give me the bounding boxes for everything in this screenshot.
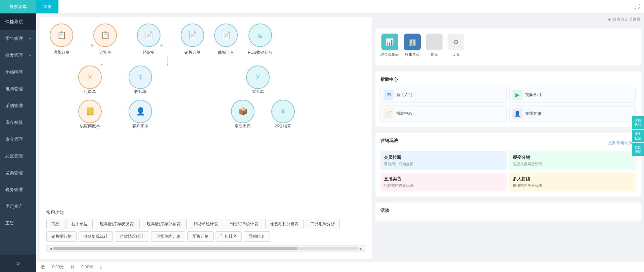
scroll-right-icon[interactable]: ▶ [359,247,363,251]
flow-node-pos[interactable]: 🖥 POS收银开台 [248,24,272,55]
func-btn-store-rank[interactable]: 门店排名 [216,231,242,242]
sidebar-item-fixed-assets[interactable]: 固定资产 [0,198,36,215]
sidebar-item-wholesale[interactable]: 批发管理 ▾ [0,47,36,64]
quick-icon-settings[interactable]: ⚙ 设置 [448,34,464,57]
sidebar-item-quick-nav[interactable]: 快捷导航 [0,13,36,30]
func-btn-product-profit[interactable]: 商品毛利分析 [306,219,340,229]
func-btn-sales-stats[interactable]: 销货单统计表 [189,219,223,229]
float-btn-desktop[interactable]: 桌面快捷 [632,143,644,156]
common-func-title: 常用功能 [46,210,365,216]
more-marketing-link[interactable]: 更多营销玩法 > [608,140,636,146]
retail-settlement-icon: ¥ [271,100,295,123]
fission-title: 裂变分销 [513,154,632,161]
flow-node-retail[interactable]: ¥ 零售单 [246,65,270,95]
func-btn-sales-order-stats[interactable]: 销售订单统计表 [225,219,263,229]
quick-icon-empty[interactable]: 暂无 [426,34,443,57]
partner-icon: 🏢 [404,34,421,50]
marketing-item-group[interactable]: 多人拼团 拼团购物享受优惠 [509,173,636,191]
sidebar-settings-button[interactable]: ⚙ [0,255,36,272]
home-customize-link[interactable]: ⚙ 首页自定义设置 [375,17,641,22]
help-center-panel: 帮助中心 ✉ 新手入门 ▶ 视频学习 📄 帮助中心 [375,72,641,127]
flow-node-receipt[interactable]: ¥ 收款单 [129,65,152,95]
marketing-panel: 营销玩法 更多营销玩法 > 会员拉新 吸引用户成为会员 裂变分销 裂变式发展分销… [375,133,641,196]
flow-node-customer-ledger[interactable]: 👤 客户账本 [129,100,152,129]
marketing-item-member[interactable]: 会员拉新 吸引用户成为会员 [380,151,507,170]
float-btn-community[interactable]: 服务社区 [632,130,644,142]
sidebar-item-label: 库存核算 [5,120,23,126]
fullscreen-icon[interactable]: ⛶ [634,3,641,10]
flow-node-supplier-ledger[interactable]: 📒 供应商账本 [78,100,102,129]
scroll-left-icon[interactable]: ◀ [48,247,53,251]
sidebar-item-label: 电商管理 [5,86,23,92]
sidebar-item-label: 小畅电商 [5,69,23,75]
quick-icons-panel: 📊 现金流量表 🏢 往来单位 暂无 ⚙ 设 [375,29,641,65]
sidebar-item-retail[interactable]: 零售管理 ▾ [0,30,36,47]
float-btn-service[interactable]: 客服热线 [632,116,644,129]
help-item-help[interactable]: 📄 帮助中心 [380,105,507,122]
flow-node-retail-settlement[interactable]: ¥ 零售结算 [271,100,295,129]
func-btn-receipt-stats[interactable]: 收款情况统计 [79,231,113,242]
fission-desc: 裂变式发展分销商 [513,162,632,167]
marketing-item-live[interactable]: 直播卖货 场景式购物新玩法 [380,173,507,191]
person-icon: 👤 [512,108,522,119]
bottom-count: 0 [100,265,102,270]
sidebar-item-inventory[interactable]: 库存核算 [0,114,36,131]
bottom-bar: 收 0.00元 付 0.00元 0 [36,262,644,272]
func-btn-stock-dist[interactable]: 现存量(库存分布表) [142,219,187,229]
sidebar-item-ledger[interactable]: 总账管理 [0,148,36,165]
func-btn-sales-profit[interactable]: 销售毛利分析表 [265,219,304,229]
bottom-pay-value: 0.00元 [81,264,93,270]
purchase-icon: 📋 [93,24,117,47]
sidebar-item-invoice[interactable]: 发票管理 [0,165,36,181]
retail-icon: ¥ [246,65,270,89]
marketing-item-fission[interactable]: 裂变分销 裂变式发展分销商 [509,151,636,170]
help-item-service[interactable]: 👤 在线客服 [509,105,636,122]
purchase-order-icon: 📋 [50,24,73,47]
tab-home[interactable]: 首页 [36,0,58,13]
func-btn-guide-rank[interactable]: 导购排名 [244,231,270,242]
scroll-track [53,247,359,250]
func-btn-partner[interactable]: 往来单位 [66,219,93,229]
sidebar-item-label: 工资 [5,220,14,226]
sidebar-item-label: 税务管理 [5,187,23,193]
func-btn-retail-order[interactable]: 零售开单 [187,231,214,242]
bottom-receive-label: 收 [41,264,45,270]
func-btn-sales-rank[interactable]: 销售排行榜 [46,231,77,242]
sidebar-item-salary[interactable]: 工资 [0,215,36,232]
sidebar-item-tax[interactable]: 税务管理 [0,181,36,198]
quick-icon-cashflow[interactable]: 📊 现金流量表 [380,34,399,57]
flow-node-sales-order[interactable]: 📄 销售订单 [181,24,204,55]
func-btn-purchase-stats[interactable]: 进货单统计表 [151,231,185,242]
flow-node-purchase-order[interactable]: 📋 进货订单 [50,24,73,55]
sidebar-item-finance[interactable]: 资金管理 [0,131,36,148]
func-btn-product[interactable]: 商品 [46,219,64,229]
customize-label: 首页自定义设置 [612,17,641,22]
flow-node-sales[interactable]: 📄 销货单 [137,24,160,55]
quick-icon-partner[interactable]: 🏢 往来单位 [404,34,421,57]
help-item-beginner[interactable]: ✉ 新手入门 [380,87,507,103]
flow-node-retail-outbound[interactable]: 📦 零售出库 [231,100,255,129]
play-icon: ▶ [512,90,522,100]
member-desc: 吸引用户成为会员 [384,162,503,167]
func-grid: 商品 往来单位 现存量(库存状况表) 现存量(库存分布表) 销货单统计表 销售订… [46,219,365,242]
arrow-left-1: ◀ [162,46,179,46]
sidebar-item-purchase[interactable]: 采购管理 [0,97,36,114]
member-title: 会员拉新 [384,154,503,161]
help-item-video[interactable]: ▶ 视频学习 [509,87,636,103]
flow-node-purchase[interactable]: 📋 进货单 [93,24,117,55]
func-btn-stock-status[interactable]: 现存量(库存状况表) [95,219,140,229]
gear-icon: ⚙ [608,17,612,22]
receipt-label: 收款单 [134,89,146,95]
sales-label: 销货单 [143,50,155,55]
activity-title: 活动 [380,208,636,214]
flow-node-mall-order[interactable]: 📄 商城订单 [214,24,238,55]
sidebar-item-ecommerce[interactable]: 电商管理 [0,81,36,97]
settings-icon: ⚙ [448,34,464,50]
scroll-bar[interactable]: ◀ ▶ [46,245,365,252]
sidebar-item-ecommerce-lite[interactable]: 小畅电商 [0,64,36,81]
func-btn-payment-stats[interactable]: 付款情况统计 [115,231,149,242]
flow-node-payment[interactable]: ¥ 付款单 [78,65,102,95]
quick-icons-row: 📊 现金流量表 🏢 往来单位 暂无 ⚙ 设 [380,34,636,57]
top-bar: 搜索菜单 首页 ⛶ [0,0,644,13]
search-menu-button[interactable]: 搜索菜单 [0,0,36,13]
